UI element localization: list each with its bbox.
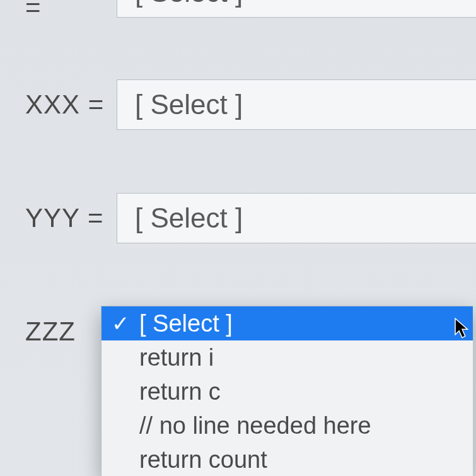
row-yyy: YYY = [ Select ] <box>25 193 476 243</box>
dropdown-option-return-i[interactable]: return i <box>102 340 473 374</box>
select-www[interactable]: [ Select ] <box>117 0 476 18</box>
select-xxx-value: [ Select ] <box>135 89 243 120</box>
select-xxx[interactable]: [ Select ] <box>117 79 476 130</box>
row-xxx: XXX = [ Select ] <box>25 79 476 130</box>
select-yyy-value: [ Select ] <box>135 202 243 234</box>
dropdown-zzz[interactable]: ✓ [ Select ] return i return c // no lin… <box>101 306 473 476</box>
select-yyy[interactable]: [ Select ] <box>117 193 476 243</box>
dropdown-option-no-line[interactable]: // no line needed here <box>102 409 473 443</box>
dropdown-option-label: return i <box>139 344 214 371</box>
dropdown-option-select[interactable]: ✓ [ Select ] <box>102 306 473 340</box>
row-www: WWW = [ Select ] <box>25 0 476 23</box>
label-zzz: ZZZ <box>25 316 100 347</box>
dropdown-option-label: return count <box>139 446 267 473</box>
dropdown-option-label: return c <box>139 378 221 405</box>
label-www: WWW = <box>25 0 117 23</box>
check-icon: ✓ <box>112 311 129 336</box>
dropdown-option-label: // no line needed here <box>139 412 371 439</box>
dropdown-option-label: [ Select ] <box>139 310 233 337</box>
dropdown-option-return-c[interactable]: return c <box>102 374 473 409</box>
label-yyy: YYY = <box>25 203 117 233</box>
dropdown-option-return-count[interactable]: return count <box>102 443 473 476</box>
label-xxx: XXX = <box>25 90 117 120</box>
select-www-value: [ Select ] <box>135 0 243 8</box>
